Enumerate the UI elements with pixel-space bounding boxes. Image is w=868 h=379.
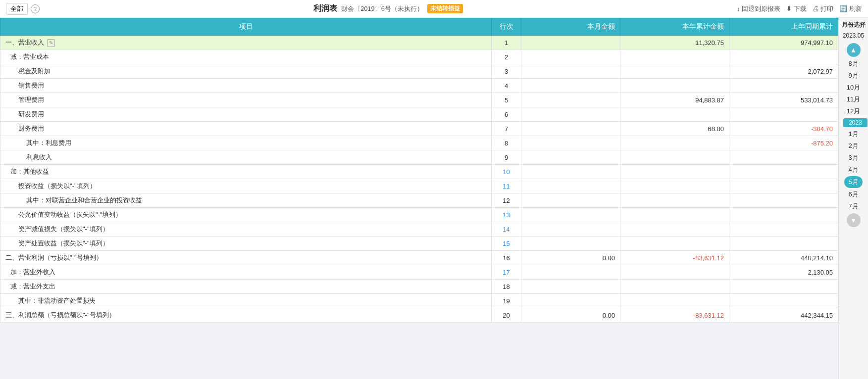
top-bar-center: 利润表 财会〔2019〕6号（未执行） 未结转损益 — [313, 3, 463, 14]
table-row-month: 0.00 — [521, 308, 620, 323]
sidebar-year: 2023.05 — [841, 31, 866, 40]
table-row-lastyear — [729, 294, 838, 308]
table-row-item: 研发费用 — [0, 107, 492, 122]
table-row-month: 0.00 — [521, 251, 620, 265]
table-row-year: 11,320.75 — [620, 36, 729, 50]
table-row-item: 二、营业利润（亏损以"-"号填列） — [0, 251, 492, 265]
table-row-year — [620, 280, 729, 294]
table-row-month — [521, 208, 620, 222]
table-row-month — [521, 150, 620, 165]
table-row-number: 18 — [492, 280, 521, 294]
table-row-lastyear — [729, 280, 838, 294]
table-row-month — [521, 165, 620, 179]
right-sidebar: 月份选择 2023.05 ▲ 8月9月10月11月12月20231月2月3月4月… — [838, 18, 868, 379]
month-item[interactable]: 11月 — [841, 94, 865, 105]
table-row-item: 税金及附加 — [0, 64, 492, 79]
table-row-number: 20 — [492, 308, 521, 323]
month-item[interactable]: 1月 — [841, 128, 865, 140]
table-row-number: 12 — [492, 193, 521, 208]
nav-down-arrow[interactable]: ▼ — [847, 213, 861, 227]
table-row-lastyear: 2,072.97 — [729, 64, 838, 79]
table-row-month — [521, 36, 620, 50]
back-button[interactable]: ↓ 回退到原报表 — [737, 4, 780, 13]
table-row-number: 8 — [492, 136, 521, 150]
table-row-item: 其中：非流动资产处置损失 — [0, 294, 492, 308]
table-row-number: 4 — [492, 79, 521, 93]
month-item[interactable]: 2月 — [841, 140, 865, 152]
table-row-lastyear: 974,997.10 — [729, 36, 838, 50]
table-row-month — [521, 107, 620, 122]
table-row-item: 减：营业成本 — [0, 50, 492, 64]
header-year: 本年累计金额 — [620, 18, 729, 36]
table-row-lastyear: 442,344.15 — [729, 308, 838, 323]
table-row-lastyear: -304.70 — [729, 122, 838, 136]
month-item[interactable]: 5月 — [844, 176, 862, 188]
table-row-lastyear — [729, 208, 838, 222]
table-row-lastyear — [729, 50, 838, 64]
help-icon[interactable]: ? — [31, 4, 40, 13]
top-bar-left: 全部 ? — [6, 3, 40, 15]
table-row-item: 其中：对联营企业和合营企业的投资收益 — [0, 193, 492, 208]
table-row-number: 10 — [492, 165, 521, 179]
table-row-lastyear: 2,130.05 — [729, 265, 838, 280]
month-item[interactable]: 4月 — [841, 164, 865, 176]
table-row-number: 17 — [492, 265, 521, 280]
table-row-item: 加：营业外收入 — [0, 265, 492, 280]
table-row-item: 一、营业收入✎ — [0, 36, 492, 50]
month-item[interactable]: 9月 — [841, 70, 865, 82]
table-row-month — [521, 136, 620, 150]
table-row-item: 其中：利息费用 — [0, 136, 492, 150]
table-row-month — [521, 294, 620, 308]
table-row-lastyear — [729, 193, 838, 208]
main-container: 项目 行次 本月金额 本年累计金额 上年同期累计 一、营业收入✎111,320.… — [0, 18, 868, 379]
table-row-item: 公允价值变动收益（损失以"-"填列） — [0, 208, 492, 222]
table-row-lastyear — [729, 150, 838, 165]
edit-icon[interactable]: ✎ — [47, 39, 55, 47]
table-row-year — [620, 150, 729, 165]
table-row-number: 15 — [492, 237, 521, 251]
table-row-number: 7 — [492, 122, 521, 136]
table-row-year — [620, 50, 729, 64]
table-row-item: 财务费用 — [0, 122, 492, 136]
table-row-number: 6 — [492, 107, 521, 122]
table-area: 项目 行次 本月金额 本年累计金额 上年同期累计 一、营业收入✎111,320.… — [0, 18, 838, 379]
month-item[interactable]: 10月 — [841, 82, 865, 94]
table-row-lastyear — [729, 237, 838, 251]
table-row-item: 资产减值损失（损失以"-"填列） — [0, 222, 492, 237]
sidebar-label: 月份选择 — [842, 20, 866, 30]
table-row-year: -83,631.12 — [620, 308, 729, 323]
table-row-month — [521, 237, 620, 251]
table-row-item: 减：营业外支出 — [0, 280, 492, 294]
refresh-button[interactable]: 🔄 刷新 — [839, 4, 862, 13]
table-row-month — [521, 179, 620, 193]
month-item[interactable]: 6月 — [841, 189, 865, 200]
month-item[interactable]: 12月 — [841, 105, 865, 117]
table-row-lastyear — [729, 107, 838, 122]
table-row-month — [521, 265, 620, 280]
profit-table: 项目 行次 本月金额 本年累计金额 上年同期累计 一、营业收入✎111,320.… — [0, 18, 838, 323]
table-row-lastyear: -875.20 — [729, 136, 838, 150]
table-row-year: 94,883.87 — [620, 93, 729, 107]
table-row-item: 管理费用 — [0, 93, 492, 107]
month-item[interactable]: 8月 — [841, 58, 865, 70]
download-button[interactable]: ⬇ 下载 — [786, 4, 807, 13]
all-button[interactable]: 全部 — [6, 3, 28, 15]
table-row-lastyear: 440,214.10 — [729, 251, 838, 265]
month-item[interactable]: 7月 — [841, 200, 865, 212]
subtitle: 财会〔2019〕6号（未执行） — [341, 4, 423, 13]
print-button[interactable]: 🖨 打印 — [813, 4, 834, 13]
nav-up-arrow[interactable]: ▲ — [847, 43, 861, 57]
table-row-number: 2 — [492, 50, 521, 64]
header-item: 项目 — [0, 18, 492, 36]
table-row-month — [521, 122, 620, 136]
month-item[interactable]: 3月 — [841, 152, 865, 164]
month-item[interactable]: 2023 — [843, 118, 867, 127]
table-row-year — [620, 179, 729, 193]
table-row-number: 5 — [492, 93, 521, 107]
table-row-number: 14 — [492, 222, 521, 237]
table-row-year — [620, 294, 729, 308]
table-row-year — [620, 208, 729, 222]
table-row-item: 三、利润总额（亏损总额以"-"号填列） — [0, 308, 492, 323]
table-row-number: 9 — [492, 150, 521, 165]
table-row-year — [620, 265, 729, 280]
